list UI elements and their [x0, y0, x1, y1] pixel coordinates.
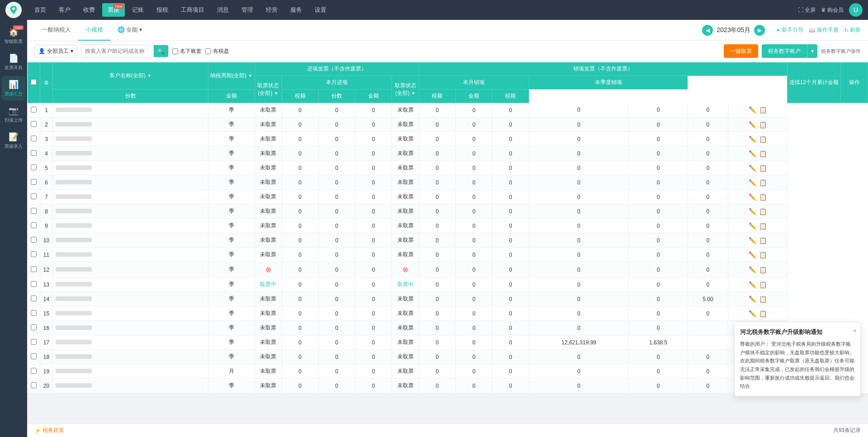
- edit-icon[interactable]: ✏️: [749, 164, 756, 172]
- copy-icon[interactable]: 📋: [759, 266, 767, 273]
- row-out-count: 0: [419, 204, 456, 219]
- row-checkbox[interactable]: [28, 292, 40, 306]
- copy-icon[interactable]: 📋: [759, 121, 767, 128]
- row-checkbox[interactable]: [28, 103, 40, 117]
- notification-close-button[interactable]: ×: [853, 326, 857, 336]
- nav-service[interactable]: 服务: [285, 3, 307, 17]
- row-checkbox[interactable]: [28, 190, 40, 204]
- edit-icon[interactable]: ✏️: [749, 136, 756, 143]
- membership-button[interactable]: ♛ 购会员: [821, 6, 844, 14]
- copy-icon[interactable]: 📋: [759, 251, 767, 258]
- row-checkbox[interactable]: [28, 132, 40, 146]
- refresh-link[interactable]: ↻ 刷新: [844, 26, 861, 34]
- edit-icon[interactable]: ✏️: [749, 150, 756, 157]
- copy-icon[interactable]: 📋: [759, 237, 767, 244]
- row-checkbox[interactable]: [28, 219, 40, 233]
- copy-icon[interactable]: 📋: [759, 281, 767, 288]
- tax-digital-account-dropdown[interactable]: ▾: [807, 44, 817, 58]
- employee-select[interactable]: 👤 全部员工 ▾: [34, 45, 77, 57]
- row-checkbox[interactable]: [28, 161, 40, 175]
- edit-icon[interactable]: ✏️: [749, 193, 756, 201]
- period-next-button[interactable]: ▶: [754, 25, 765, 36]
- row-checkbox[interactable]: [28, 321, 40, 335]
- row-checkbox[interactable]: [28, 262, 40, 277]
- row-checkbox[interactable]: [28, 277, 40, 292]
- sidebar-item-ticket-summary[interactable]: 📊 票据汇总: [2, 76, 25, 100]
- edit-icon[interactable]: ✏️: [749, 310, 756, 317]
- fullscreen-button[interactable]: ⛶ 全屏: [798, 6, 816, 14]
- sidebar-item-scan-upload[interactable]: 📷 扫描上传: [2, 102, 25, 127]
- period-prev-button[interactable]: ◀: [702, 25, 713, 36]
- edit-icon[interactable]: ✏️: [749, 266, 756, 273]
- row-checkbox[interactable]: [28, 233, 40, 248]
- edit-icon[interactable]: ✏️: [749, 106, 756, 113]
- copy-icon[interactable]: 📋: [759, 179, 767, 186]
- row-out-tax: 0: [492, 117, 529, 132]
- copy-icon[interactable]: 📋: [759, 208, 767, 215]
- tax-digital-account-button[interactable]: 税务数字账户: [762, 44, 807, 58]
- out-status-normal: 未取票: [397, 382, 414, 389]
- search-input[interactable]: [81, 48, 154, 54]
- avatar[interactable]: U: [849, 3, 863, 17]
- row-checkbox[interactable]: [28, 350, 40, 364]
- copy-icon[interactable]: 📋: [759, 106, 767, 113]
- edit-icon[interactable]: ✏️: [749, 237, 756, 244]
- tab-small-scale[interactable]: 小规模: [78, 20, 110, 41]
- copy-icon[interactable]: 📋: [759, 310, 767, 317]
- row-checkbox[interactable]: [28, 204, 40, 219]
- one-click-ticket-button[interactable]: 一键取票: [724, 44, 758, 58]
- edit-icon[interactable]: ✏️: [749, 121, 756, 128]
- checkbox-subledger[interactable]: 名下账套: [172, 47, 202, 55]
- row-checkbox[interactable]: [28, 248, 40, 262]
- edit-icon[interactable]: ✏️: [749, 179, 756, 186]
- sidebar-item-invoice-open[interactable]: 📄 发票开具: [2, 50, 25, 74]
- nav-business[interactable]: 工商项目: [175, 3, 210, 17]
- subledger-checkbox[interactable]: [172, 48, 178, 54]
- row-checkbox[interactable]: [28, 117, 40, 132]
- row-cumulative: 0: [688, 204, 728, 219]
- manual-link[interactable]: 📖 操作手册: [809, 26, 839, 34]
- row-checkbox[interactable]: [28, 335, 40, 350]
- nav-home[interactable]: 首页: [29, 3, 52, 17]
- row-in-amount: 0: [318, 379, 355, 393]
- row-checkbox[interactable]: [28, 306, 40, 321]
- copy-icon[interactable]: 📋: [759, 164, 767, 172]
- copy-icon[interactable]: 📋: [759, 296, 767, 303]
- checkbox-taxdisk[interactable]: 有税盘: [205, 47, 229, 55]
- copy-icon[interactable]: 📋: [759, 222, 767, 230]
- tax-policy-link[interactable]: ⚡ 税务政策: [34, 427, 64, 434]
- tab-all-capable[interactable]: 🌐 全能 ▾: [110, 20, 150, 41]
- select-all-checkbox[interactable]: [31, 79, 37, 85]
- sidebar-item-ticket-entry[interactable]: 📝 票据录入: [2, 128, 25, 153]
- row-checkbox[interactable]: [28, 364, 40, 379]
- nav-settings[interactable]: 设置: [309, 3, 332, 17]
- edit-icon[interactable]: ✏️: [749, 208, 756, 215]
- row-in-status: 未取票: [255, 103, 282, 117]
- row-out-tax: 0: [492, 364, 529, 379]
- row-checkbox[interactable]: [28, 379, 40, 393]
- nav-customer[interactable]: 客户: [53, 3, 76, 17]
- copy-icon[interactable]: 📋: [759, 136, 767, 143]
- nav-message[interactable]: 消息: [212, 3, 234, 17]
- row-checkbox[interactable]: [28, 146, 40, 161]
- row-checkbox[interactable]: [28, 175, 40, 190]
- nav-manage[interactable]: 管理: [236, 3, 259, 17]
- new-guide-link[interactable]: ✦ 新手引导: [776, 26, 803, 34]
- row-cumulative: 0: [688, 233, 728, 248]
- sidebar-item-smart-ticket[interactable]: 🏠 智能取票 new: [2, 23, 25, 48]
- nav-fee[interactable]: 收费: [78, 3, 100, 17]
- search-button[interactable]: 🔍: [154, 45, 168, 57]
- tab-general-taxpayer[interactable]: 一般纳税人: [34, 20, 78, 41]
- copy-icon[interactable]: 📋: [759, 150, 767, 157]
- edit-icon[interactable]: ✏️: [749, 281, 756, 288]
- nav-accounting[interactable]: 记账: [127, 3, 149, 17]
- taxdisk-checkbox[interactable]: [205, 48, 211, 54]
- nav-ticket[interactable]: 票据 new: [102, 3, 125, 17]
- copy-icon[interactable]: 📋: [759, 193, 767, 201]
- edit-icon[interactable]: ✏️: [749, 296, 756, 303]
- edit-icon[interactable]: ✏️: [749, 222, 756, 230]
- nav-tax[interactable]: 报税: [151, 3, 174, 17]
- row-out-count: 0: [419, 175, 456, 190]
- nav-operate[interactable]: 经营: [260, 3, 283, 17]
- edit-icon[interactable]: ✏️: [749, 251, 756, 258]
